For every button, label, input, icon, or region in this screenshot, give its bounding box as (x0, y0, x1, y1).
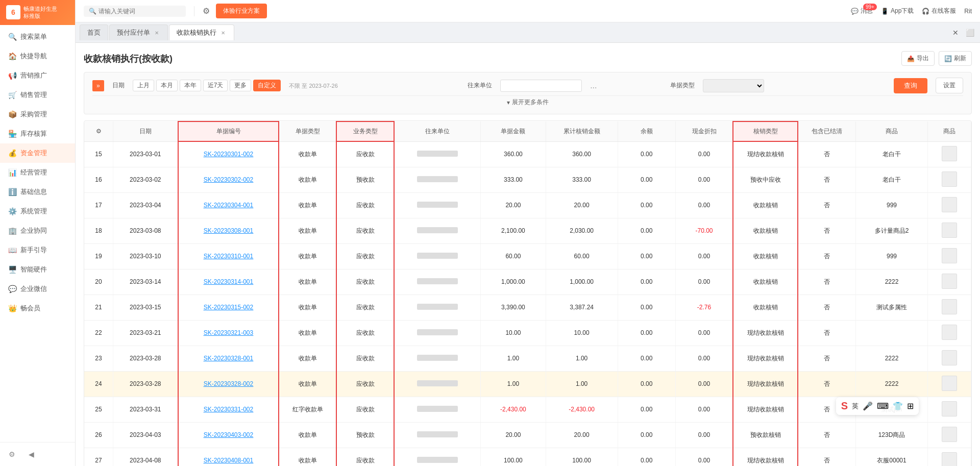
counterpart-input[interactable] (500, 80, 582, 92)
doc-no-link[interactable]: SK-20230304-001 (204, 202, 253, 209)
doc-no-link[interactable]: SK-20230315-002 (204, 304, 253, 311)
cell-doc_no: SK-20230328-002 (178, 371, 279, 397)
doc-no-link[interactable]: SK-20230403-002 (204, 431, 253, 438)
sidebar-item-guide[interactable]: 📖新手引导 (0, 240, 75, 260)
cell-goods2 (928, 218, 971, 243)
cell-goods2 (928, 295, 971, 320)
cell-counterpart (394, 320, 481, 346)
message-icon: 💬 (851, 8, 859, 15)
gear-icon[interactable]: ⚙ (203, 6, 210, 16)
grid-icon[interactable]: ⊞ (907, 401, 914, 411)
sidebar-item-member[interactable]: 👑畅会员 (0, 299, 75, 318)
search-input[interactable] (99, 8, 160, 15)
table-row[interactable]: 222023-03-21SK-20230321-003收款单应收款10.0010… (84, 320, 971, 346)
th-index: ⚙ (84, 121, 113, 141)
table-row[interactable]: 242023-03-28SK-20230328-002收款单应收款1.001.0… (84, 371, 971, 397)
date-btn-week[interactable]: 近7天 (203, 80, 228, 91)
cell-doc_type: 收款单 (279, 167, 336, 192)
sidebar-item-hardware[interactable]: 🖥️智能硬件 (0, 260, 75, 279)
table-row[interactable]: 272023-04-08SK-20230408-001收款单应收款100.001… (84, 448, 971, 466)
query-button[interactable]: 查询 (894, 78, 927, 93)
doc-no-link[interactable]: SK-20230308-001 (204, 227, 253, 234)
user-info[interactable]: Rit (964, 8, 972, 15)
system-icon: ⚙️ (8, 207, 16, 215)
app-download-btn[interactable]: 📱 App下载 (881, 7, 914, 15)
table-row[interactable]: 262023-04-03SK-20230403-002收款单预收款20.0020… (84, 422, 971, 448)
sidebar-item-sales[interactable]: 🛒销售管理 (0, 85, 75, 105)
cell-counterpart (394, 167, 481, 192)
solution-button[interactable]: 体验行业方案 (216, 4, 267, 18)
sidebar-item-system[interactable]: ⚙️系统管理 (0, 202, 75, 221)
tabbar: 首页预付应付单✕收款核销执行✕ ✕ ⬜ (76, 22, 980, 43)
sidebar-label-enterprise: 企业协同 (20, 226, 47, 235)
tab-prepay[interactable]: 预付应付单✕ (109, 24, 168, 40)
date-btn-year[interactable]: 本年 (180, 80, 201, 91)
sidebar-item-purchase[interactable]: 📦采购管理 (0, 105, 75, 124)
headset-icon: 🎧 (922, 8, 929, 15)
hardware-icon: 🖥️ (8, 265, 16, 274)
collapse-btn[interactable]: ◀ (23, 447, 39, 462)
doc-no-link[interactable]: SK-20230331-002 (204, 406, 253, 413)
table-row[interactable]: 172023-03-04SK-20230304-001收款单应收款20.0020… (84, 192, 971, 218)
cell-verified: 60.00 (546, 243, 618, 269)
doc-no-link[interactable]: SK-20230310-001 (204, 253, 253, 260)
cell-counterpart (394, 371, 481, 397)
keyboard-icon[interactable]: ⌨ (877, 401, 889, 411)
sidebar-item-wechat[interactable]: 💬企业微信 (0, 279, 75, 299)
table-row[interactable]: 192023-03-10SK-20230310-001收款单应收款60.0060… (84, 243, 971, 269)
cell-goods: 2222 (855, 371, 927, 397)
table-row[interactable]: 232023-03-28SK-20230328-001收款单应收款1.001.0… (84, 346, 971, 371)
sidebar-item-inventory[interactable]: 🏪库存核算 (0, 124, 75, 143)
doc-no-link[interactable]: SK-20230408-001 (204, 457, 253, 464)
table-row[interactable]: 202023-03-14SK-20230314-001收款单应收款1,000.0… (84, 269, 971, 295)
table-row[interactable]: 182023-03-08SK-20230308-001收款单应收款2,100.0… (84, 218, 971, 243)
doc-no-link[interactable]: SK-20230314-001 (204, 278, 253, 285)
table-row[interactable]: 162023-03-02SK-20230302-002收款单预收款333.003… (84, 167, 971, 192)
cell-counterpart (394, 141, 481, 167)
sidebar-item-quick-nav[interactable]: 🏠快捷导航 (0, 46, 75, 66)
message-btn[interactable]: 💬 消息 99+ (851, 7, 873, 15)
sidebar-item-marketing[interactable]: 📢营销推广 (0, 66, 75, 85)
tab-home[interactable]: 首页 (80, 24, 108, 40)
close-window-btn[interactable]: ✕ (949, 27, 962, 39)
sidebar-item-basic[interactable]: ℹ️基础信息 (0, 182, 75, 202)
date-btn-curr[interactable]: 本月 (156, 80, 178, 91)
service-btn[interactable]: 🎧 在线客服 (922, 7, 956, 15)
cell-biz_type: 应收款 (336, 371, 394, 397)
date-btn-prev[interactable]: 上月 (133, 80, 154, 91)
table-row[interactable]: 212023-03-15SK-20230315-002收款单应收款3,390.0… (84, 295, 971, 320)
cell-date: 2023-03-01 (113, 141, 178, 167)
tab-receipt-verify[interactable]: 收款核销执行✕ (169, 24, 234, 40)
receipt-type-select[interactable] (703, 79, 764, 92)
date-btn-custom[interactable]: 自定义 (253, 80, 281, 91)
refresh-button[interactable]: 🔄 刷新 (939, 51, 972, 66)
cell-include_cleared: 否 (798, 192, 855, 218)
date-btn-more[interactable]: 更多 (230, 80, 251, 91)
doc-no-link[interactable]: SK-20230301-002 (204, 151, 253, 158)
tab-close-prepay[interactable]: ✕ (153, 29, 160, 36)
filter-settings-button[interactable]: 设置 (936, 78, 963, 93)
sidebar-label-guide: 新手引导 (20, 246, 47, 255)
cell-index: 23 (84, 346, 113, 371)
shirt-icon[interactable]: 👕 (893, 401, 903, 411)
sidebar-item-finance[interactable]: 💰资金管理 (0, 143, 75, 163)
cell-index: 26 (84, 422, 113, 448)
doc-no-link[interactable]: SK-20230302-002 (204, 176, 253, 183)
doc-no-link[interactable]: SK-20230328-002 (204, 380, 253, 387)
sidebar-item-operations[interactable]: 📊经营管理 (0, 163, 75, 182)
settings-bottom-btn[interactable]: ⚙ (4, 447, 19, 462)
cell-verify_type: 收款核销 (733, 269, 798, 295)
tab-close-receipt-verify[interactable]: ✕ (219, 29, 227, 36)
doc-no-link[interactable]: SK-20230321-003 (204, 329, 253, 336)
mic-icon[interactable]: 🎤 (863, 401, 873, 411)
filter-expand-btn[interactable]: » (92, 80, 104, 91)
more-options-icon[interactable]: ... (590, 81, 597, 90)
doc-no-link[interactable]: SK-20230328-001 (204, 355, 253, 362)
cell-balance: 0.00 (618, 141, 675, 167)
sidebar-item-search[interactable]: 🔍搜索菜单 (0, 27, 75, 46)
expand-more-btn[interactable]: ▾ 展开更多条件 (92, 95, 963, 109)
table-row[interactable]: 152023-03-01SK-20230301-002收款单应收款360.003… (84, 141, 971, 167)
export-button[interactable]: 📤 导出 (901, 51, 935, 66)
sidebar-item-enterprise[interactable]: 🏢企业协同 (0, 221, 75, 240)
maximize-btn[interactable]: ⬜ (964, 27, 976, 39)
